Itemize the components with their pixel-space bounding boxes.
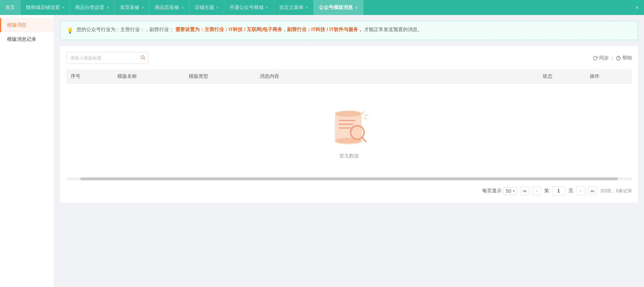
- svg-line-1: [144, 58, 145, 59]
- tab-home-label: 首页: [5, 4, 15, 11]
- empty-state: 暂无数据: [66, 84, 632, 174]
- pagination-row: 每页显示 50 ▾ ⏮ ‹ 第 页 › ⏭ 共0页，0条记录: [66, 183, 632, 197]
- notice-icon: 💡: [67, 26, 74, 35]
- data-table: 序号 模版名称 模版类型 消息内容 状态 操作: [66, 69, 632, 84]
- total-info: 共0页，0条记录: [600, 188, 632, 194]
- horizontal-scrollbar[interactable]: [66, 177, 632, 180]
- tab-shop-theme-label: 店铺主题: [195, 4, 214, 11]
- toolbar-divider: |: [612, 55, 613, 61]
- help-button[interactable]: 帮助: [616, 55, 632, 61]
- close-shop-theme[interactable]: ×: [216, 6, 219, 10]
- svg-point-0: [141, 56, 144, 59]
- sidebar-item-template-msg[interactable]: 模版消息: [0, 18, 54, 32]
- tab-template-msg[interactable]: 公众号模版消息 ×: [314, 0, 363, 15]
- notice-text: 您的公众号行业为：主营行业：，副营行业： 需要设置为：主营行业：IT科技 / 互…: [77, 26, 422, 34]
- page-size-box[interactable]: 50 ▾: [503, 187, 517, 195]
- close-template-msg[interactable]: ×: [355, 6, 357, 10]
- tab-micro-shop-label: 微商城店铺设置: [26, 4, 60, 11]
- tab-category-label: 商品分类设置: [75, 4, 104, 11]
- close-open-mall[interactable]: ×: [266, 6, 268, 10]
- col-status: 状态: [538, 69, 585, 84]
- main-card: 同步 | 帮助: [60, 46, 638, 203]
- col-action: 操作: [585, 69, 632, 84]
- global-close-button[interactable]: ×: [631, 4, 644, 10]
- svg-point-6: [335, 111, 362, 117]
- col-content: 消息内容: [255, 69, 538, 84]
- scroll-thumb: [80, 177, 618, 180]
- svg-point-12: [352, 127, 363, 138]
- close-product-deco[interactable]: ×: [181, 6, 184, 10]
- main-layout: 模版消息 模版消息记录 💡 您的公众号行业为：主营行业：，副营行业： 需要设置为…: [0, 15, 644, 287]
- empty-illustration: [327, 106, 372, 147]
- next-page-button[interactable]: ›: [576, 186, 585, 195]
- page-label: 第: [544, 187, 549, 194]
- tab-category[interactable]: 商品分类设置 ×: [70, 0, 114, 15]
- sync-icon: [593, 56, 598, 61]
- tab-micro-shop[interactable]: 微商城店铺设置 ×: [21, 0, 70, 15]
- search-row: 同步 | 帮助: [66, 52, 632, 64]
- close-homepage-deco[interactable]: ×: [142, 6, 144, 10]
- tab-product-deco[interactable]: 商品页装修 ×: [150, 0, 189, 15]
- search-input[interactable]: [66, 52, 148, 64]
- empty-text: 暂无数据: [339, 153, 359, 159]
- sync-button[interactable]: 同步: [593, 55, 609, 61]
- tab-product-deco-label: 商品页装修: [155, 4, 179, 11]
- page-number-input[interactable]: [552, 186, 566, 195]
- close-micro-shop[interactable]: ×: [62, 6, 64, 10]
- tab-homepage-deco-label: 首页装修: [120, 4, 139, 11]
- table-head: 序号 模版名称 模版类型 消息内容 状态 操作: [66, 69, 632, 84]
- svg-line-16: [364, 118, 367, 119]
- last-page-button[interactable]: ⏭: [588, 186, 597, 195]
- table-wrap: 序号 模版名称 模版类型 消息内容 状态 操作: [66, 69, 632, 183]
- search-button[interactable]: [140, 55, 145, 61]
- close-custom-menu[interactable]: ×: [306, 6, 308, 10]
- notice-box: 💡 您的公众号行业为：主营行业：，副营行业： 需要设置为：主营行业：IT科技 /…: [60, 21, 638, 40]
- first-page-button[interactable]: ⏮: [520, 186, 529, 195]
- tab-shop-theme[interactable]: 店铺主题 ×: [189, 0, 224, 15]
- sidebar: 模版消息 模版消息记录: [0, 15, 54, 287]
- search-wrap: [66, 52, 148, 64]
- tab-homepage-deco[interactable]: 首页装修 ×: [115, 0, 150, 15]
- help-icon: [616, 56, 621, 61]
- tab-open-mall-label: 开通公众号商城: [229, 4, 264, 11]
- content-area: 💡 您的公众号行业为：主营行业：，副营行业： 需要设置为：主营行业：IT科技 /…: [54, 15, 644, 287]
- tab-custom-menu-label: 自定义菜单: [279, 4, 303, 11]
- chevron-down-icon: ▾: [513, 189, 515, 193]
- tab-custom-menu[interactable]: 自定义菜单 ×: [274, 0, 314, 15]
- top-nav: 首页 微商城店铺设置 × 商品分类设置 × 首页装修 × 商品页装修 × 店铺主…: [0, 0, 644, 15]
- tab-home[interactable]: 首页: [0, 0, 21, 15]
- page-size-value: 50: [506, 188, 511, 194]
- page-unit: 页: [568, 187, 573, 194]
- sidebar-item-template-record[interactable]: 模版消息记录: [0, 32, 54, 46]
- page-size-selector: 每页显示 50 ▾: [482, 187, 517, 195]
- toolbar-right: 同步 | 帮助: [593, 55, 632, 61]
- tab-open-mall[interactable]: 开通公众号商城 ×: [224, 0, 274, 15]
- col-name: 模版名称: [113, 69, 184, 84]
- close-category[interactable]: ×: [107, 6, 109, 10]
- col-type: 模版类型: [184, 69, 256, 84]
- page-size-label: 每页显示: [482, 187, 502, 194]
- prev-page-button[interactable]: ‹: [532, 186, 541, 195]
- tab-template-msg-label: 公众号模版消息: [319, 4, 353, 11]
- col-index: 序号: [66, 69, 113, 84]
- svg-line-15: [365, 115, 368, 116]
- svg-line-14: [362, 112, 364, 114]
